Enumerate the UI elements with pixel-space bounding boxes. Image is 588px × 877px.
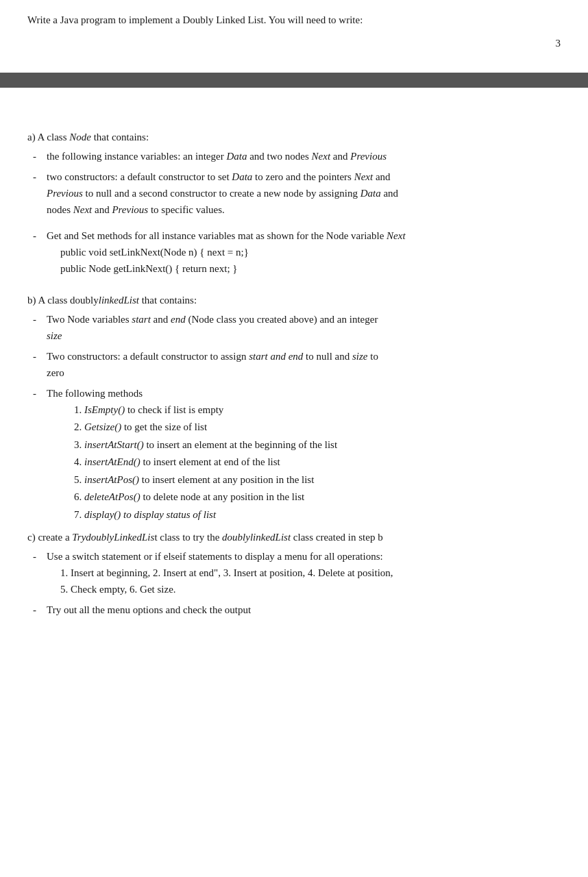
list-item: - the following instance variables: an i… [27, 148, 561, 164]
list-item: - two constructors: a default constructo… [27, 169, 561, 218]
section-b-bullets: - Two Node variables start and end (Node… [27, 311, 561, 524]
bullet-dash: - [27, 169, 47, 185]
main-content: a) A class Node that contains: - the fol… [0, 88, 588, 661]
bullet-dash: - [27, 548, 47, 565]
list-item: 2. Getsize() to get the size of list [74, 419, 561, 436]
bullet-dash: - [27, 602, 47, 618]
bullet-content: the following instance variables: an int… [47, 148, 561, 164]
section-b-label: b) A class doublylinkedList that contain… [27, 292, 561, 308]
page-container: Write a Java program to implement a Doub… [0, 0, 588, 877]
bullet-content: Two constructors: a default constructor … [47, 348, 561, 381]
list-item: 7. display() to display status of list [74, 506, 561, 524]
getset-section: - Get and Set methods for all instance v… [27, 227, 561, 277]
methods-list: 1. IsEmpty() to check if list is empty 2… [74, 402, 561, 524]
getset-bullet: - Get and Set methods for all instance v… [27, 227, 561, 277]
bullet-dash: - [27, 348, 47, 365]
section-c-label: c) create a TrydoublyLinkedList class to… [27, 529, 561, 545]
list-item: - The following methods 1. IsEmpty() to … [27, 385, 561, 524]
section-b: b) A class doublylinkedList that contain… [27, 292, 561, 524]
list-item: - Use a switch statement or if elseif st… [27, 548, 561, 597]
bullet-dash: - [27, 148, 47, 164]
top-section: Write a Java program to implement a Doub… [0, 0, 588, 35]
section-a-label: a) A class Node that contains: [27, 129, 561, 145]
bullet-dash: - [27, 311, 47, 328]
following-methods-label: The following methods [47, 388, 143, 399]
intro-text: Write a Java program to implement a Doub… [27, 12, 561, 28]
bullet-content: The following methods 1. IsEmpty() to ch… [47, 385, 561, 524]
bullet-dash: - [27, 385, 47, 402]
section-c: c) create a TrydoublyLinkedList class to… [27, 529, 561, 618]
bullet-content: Try out all the menu options and check t… [47, 602, 561, 618]
section-a: a) A class Node that contains: - the fol… [27, 129, 561, 277]
list-item: 4. insertAtEnd() to insert element at en… [74, 454, 561, 471]
list-item: 1. IsEmpty() to check if list is empty [74, 402, 561, 419]
section-a-bullets: - the following instance variables: an i… [27, 148, 561, 218]
bullet-content: Two Node variables start and end (Node c… [47, 311, 561, 344]
list-item: - Two constructors: a default constructo… [27, 348, 561, 381]
list-item: 6. deleteAtPos() to delete node at any p… [74, 489, 561, 506]
section-c-bullets: - Use a switch statement or if elseif st… [27, 548, 561, 618]
list-item: - Try out all the menu options and check… [27, 602, 561, 618]
list-item: - Two Node variables start and end (Node… [27, 311, 561, 344]
bullet-content: Use a switch statement or if elseif stat… [47, 548, 561, 597]
dark-bar [0, 73, 588, 88]
bullet-content: two constructors: a default constructor … [47, 169, 561, 218]
list-item: 3. insertAtStart() to insert an element … [74, 436, 561, 454]
bullet-dash: - [27, 227, 47, 244]
list-item: 5. insertAtPos() to insert element at an… [74, 471, 561, 489]
page-number: 3 [556, 38, 561, 49]
bullet-content: Get and Set methods for all instance var… [47, 227, 561, 277]
